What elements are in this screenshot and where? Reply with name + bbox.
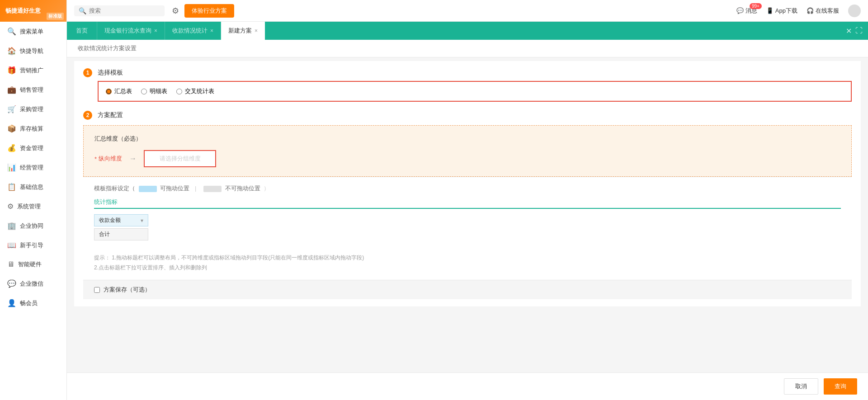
tab-new-plan-close[interactable]: × [255, 28, 258, 34]
query-button[interactable]: 查询 [824, 378, 857, 395]
save-checkbox[interactable] [94, 287, 100, 293]
sidebar-item-guide[interactable]: 📖 新手引导 [0, 235, 66, 255]
content-area: 收款情况统计方案设置 1 选择模板 汇总表 [67, 40, 868, 372]
search-icon: 🔍 [79, 7, 86, 14]
dimension-placeholder[interactable]: 请选择分组维度 [144, 150, 216, 167]
topbar: 🔍 ⚙ 体验行业方案 💬 消息 99+ 📱 App下载 🎧 在线客服 [67, 0, 868, 22]
sidebar-item-operations[interactable]: 📊 经营管理 [0, 158, 66, 177]
vertical-dim-text: 纵向维度 [99, 155, 122, 163]
step2-number: 2 [83, 111, 92, 120]
tab-home[interactable]: 首页 [67, 22, 97, 40]
radio-summary-input[interactable] [106, 89, 112, 94]
sidebar-item-purchase[interactable]: 🛒 采购管理 [0, 99, 66, 119]
cart-icon: 🛒 [7, 105, 16, 113]
step2-row: 2 方案配置 [83, 111, 852, 120]
sidebar-item-marketing[interactable]: 🎁 营销推广 [0, 61, 66, 80]
sidebar-item-label: 库存核算 [20, 125, 43, 133]
step1-row: 1 选择模板 [83, 68, 852, 77]
search-box[interactable]: 🔍 [74, 5, 165, 16]
page-container: 收款情况统计方案设置 1 选择模板 汇总表 [67, 40, 868, 306]
sidebar-item-label: 企业协同 [20, 222, 43, 230]
online-service-item[interactable]: 🎧 在线客服 [807, 7, 839, 15]
tag-payment-amount-label: 收款金额 [99, 216, 121, 224]
message-item[interactable]: 💬 消息 99+ [736, 7, 757, 15]
step1-number: 1 [83, 68, 92, 77]
sidebar-item-label: 经营管理 [20, 164, 43, 172]
vertical-dimension-label: 纵向维度 [94, 155, 122, 163]
main-area: 🔍 ⚙ 体验行业方案 💬 消息 99+ 📱 App下载 🎧 在线客服 首页 [67, 0, 868, 400]
industry-btn[interactable]: 体验行业方案 [184, 4, 234, 18]
indicator-section-title: 模板指标设定（ 可拖动位置 | 不可拖动位置 ） [94, 184, 841, 193]
indicator-section: 模板指标设定（ 可拖动位置 | 不可拖动位置 ） 统计指标 收款金额 [83, 177, 852, 248]
page-header: 收款情况统计方案设置 [67, 40, 868, 57]
radio-detail[interactable]: 明细表 [141, 87, 167, 95]
radio-summary-label: 汇总表 [114, 87, 132, 95]
dimension-area: 汇总维度（必选） 纵向维度 → 请选择分组维度 [83, 125, 852, 177]
tab-bank-flow[interactable]: 现金银行流水查询 × [97, 22, 165, 40]
tab-bank-flow-close[interactable]: × [154, 28, 157, 34]
tag-total-label: 合计 [99, 231, 110, 237]
radio-cross[interactable]: 交叉统计表 [176, 87, 214, 95]
sidebar-item-inventory[interactable]: 📦 库存核算 [0, 119, 66, 138]
sidebar-item-basic-info[interactable]: 📋 基础信息 [0, 177, 66, 197]
fixed-label: 不可拖动位置 [225, 185, 260, 192]
dimension-row: 纵向维度 → 请选择分组维度 [94, 150, 840, 167]
sidebar-item-label: 采购管理 [20, 105, 43, 113]
sidebar-item-label: 营销推广 [20, 66, 43, 75]
maximize-icon[interactable]: ⛶ [855, 27, 863, 35]
search-input[interactable] [89, 7, 152, 14]
close-window-icon[interactable]: ✕ [846, 27, 852, 35]
radio-cross-input[interactable] [176, 89, 182, 94]
tab-payment-stats-label: 收款情况统计 [172, 27, 208, 35]
breadcrumb: 收款情况统计方案设置 [78, 45, 137, 52]
radio-detail-input[interactable] [141, 89, 147, 94]
book-icon: 📖 [7, 241, 16, 249]
sidebar-item-label: 系统管理 [17, 202, 41, 211]
cancel-button[interactable]: 取消 [784, 378, 818, 395]
service-icon: 🎧 [807, 7, 814, 14]
settings-icon[interactable]: ⚙ [172, 6, 179, 16]
radio-summary[interactable]: 汇总表 [106, 87, 132, 95]
app-download-item[interactable]: 📱 App下载 [766, 7, 797, 15]
sidebar-item-label: 搜索菜单 [20, 28, 43, 36]
sidebar-item-label: 资金管理 [20, 144, 43, 152]
sidebar-item-search-menu[interactable]: 🔍 搜索菜单 [0, 22, 66, 41]
sidebar-item-system[interactable]: ⚙ 系统管理 [0, 197, 66, 216]
tab-payment-stats-close[interactable]: × [210, 28, 213, 34]
home-icon: 🏠 [7, 47, 16, 55]
online-service-label: 在线客服 [816, 7, 839, 15]
topbar-right: 💬 消息 99+ 📱 App下载 🎧 在线客服 [736, 5, 861, 17]
template-selection: 汇总表 明细表 交叉统计表 [98, 81, 852, 102]
movable-label: 可拖动位置 [160, 185, 189, 192]
sidebar-item-enterprise[interactable]: 🏢 企业协同 [0, 216, 66, 235]
tag-payment-amount[interactable]: 收款金额 ▾ [94, 214, 148, 226]
sidebar-item-quick-nav[interactable]: 🏠 快捷导航 [0, 41, 66, 61]
sidebar-item-wechat[interactable]: 💬 企业微信 [0, 274, 66, 293]
message-icon: 💬 [736, 7, 744, 14]
tag-dropdown-icon[interactable]: ▾ [141, 217, 143, 224]
sidebar-item-smart-hw[interactable]: 🖥 智能硬件 [0, 255, 66, 274]
config-section: 汇总维度（必选） 纵向维度 → 请选择分组维度 模板指标设定（ [83, 125, 852, 280]
monitor-icon: 🖥 [7, 260, 14, 268]
tag-container: 统计指标 收款金额 ▾ 合计 [94, 198, 841, 240]
tip-1: 提示： 1.拖动标题栏可以调整布局，不可跨维度或指标区域拖动列目字段(只能在同一… [94, 253, 841, 263]
gear-icon: ⚙ [7, 202, 14, 211]
gift-icon: 🎁 [7, 66, 16, 75]
main-section: 1 选择模板 汇总表 明细表 [74, 61, 861, 306]
tag-total: 合计 [94, 228, 148, 240]
dimension-title: 汇总维度（必选） [94, 135, 840, 143]
save-label: 方案保存（可选） [104, 286, 151, 294]
sidebar-item-finance[interactable]: 💰 资金管理 [0, 138, 66, 158]
tab-new-plan[interactable]: 新建方案 × [221, 22, 265, 40]
tab-payment-stats[interactable]: 收款情况统计 × [165, 22, 221, 40]
radio-detail-label: 明细表 [150, 87, 167, 95]
box-icon: 📦 [7, 124, 16, 133]
clipboard-icon: 📋 [7, 183, 16, 191]
sidebar-item-label: 企业微信 [20, 280, 43, 288]
user-avatar[interactable] [848, 5, 861, 17]
sidebar-item-sales[interactable]: 💼 销售管理 [0, 80, 66, 99]
sidebar-logo: 畅捷通好生意 标准版 [0, 0, 66, 22]
sidebar-item-member[interactable]: 👤 畅会员 [0, 293, 66, 313]
step1-label: 选择模板 [98, 69, 123, 77]
sidebar-item-label: 畅会员 [20, 299, 38, 307]
